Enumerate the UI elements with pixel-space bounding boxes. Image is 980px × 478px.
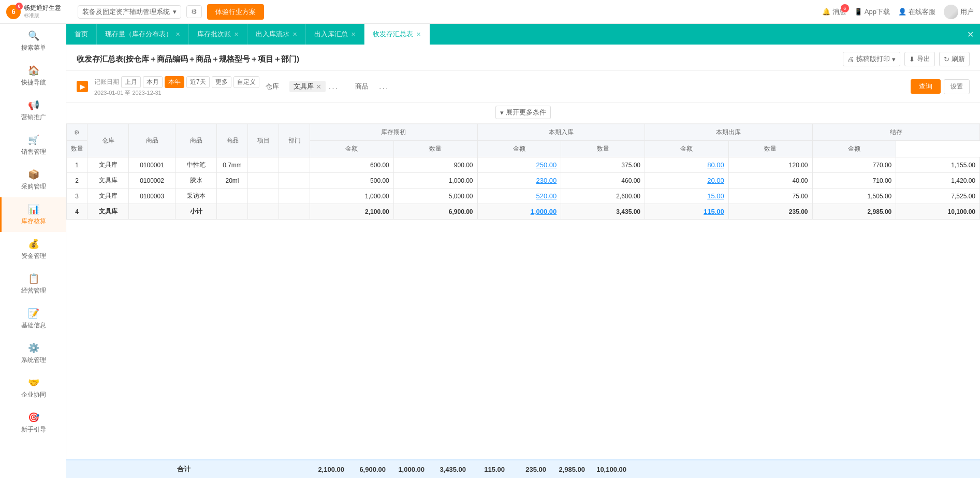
sidebar-label-system: 系统管理 [21,356,46,365]
tab-inventory-dist[interactable]: 现存量（库存分布表） ✕ [97,24,189,45]
cell-inbound-qty[interactable]: 230.00 [477,173,561,189]
sidebar-label-enterprise: 企业协同 [21,390,46,399]
cell-balance-amt: 1,420.00 [896,173,980,189]
refresh-icon: ↻ [944,55,949,63]
cell-code: 0100002 [129,173,175,189]
th-group-outbound: 本期出库 [645,124,813,141]
cell-opening-amt: 5,000.00 [393,189,477,204]
date-btn-custom[interactable]: 自定义 [233,76,259,88]
sidebar-item-system[interactable]: ⚙️ 系统管理 [0,336,66,371]
tab-batch[interactable]: 库存批次账 ✕ [189,24,247,45]
cell-outbound-qty[interactable]: 80.00 [645,157,729,173]
tab-inout-flow[interactable]: 出入库流水 ✕ [247,24,306,45]
goods-filter-dots[interactable]: ... [379,82,389,91]
warehouse-filter-dots[interactable]: ... [329,82,339,91]
sidebar-label-purchase: 采购管理 [21,182,46,191]
subtotal-outbound-amt: 235.00 [728,204,812,220]
marketing-icon: 📢 [28,99,39,111]
th-balance-qty: 数量 [728,141,812,157]
sidebar-label-sales: 销售管理 [21,148,46,156]
date-btn-last-month[interactable]: 上月 [121,76,141,88]
query-button[interactable]: 查询 [911,79,941,94]
right-actions: 查询 设置 [911,79,970,94]
th-group-inbound: 本期入库 [477,124,645,141]
subtotal-label: 小计 [175,204,217,220]
warehouse-tag-close[interactable]: ✕ [316,83,321,91]
filter-toggle-button[interactable]: ▶ [77,81,88,92]
tab-close-recv-send[interactable]: ✕ [416,31,421,38]
cell-code: 0100001 [129,157,175,173]
subtotal-opening-amt: 6,900.00 [393,204,477,220]
th-inbound-qty: 数量 [393,141,477,157]
footer-opening-qty: 2,100.00 [310,466,348,473]
cell-project [248,189,279,204]
tab-close-inout-summary[interactable]: ✕ [351,31,356,38]
footer-label: 合计 [175,465,216,474]
finance-icon: 💰 [28,238,39,250]
cell-inbound-amt: 375.00 [561,157,645,173]
print-button[interactable]: 🖨 拣稿版打印 ▾ [843,52,900,66]
expand-icon: ▾ [500,109,504,117]
user-item[interactable]: 用户 [944,5,974,19]
system-icon: ⚙️ [28,342,39,354]
footer-outbound-qty: 115.00 [470,466,509,473]
notification-item[interactable]: 🔔 消息 6 [822,7,846,17]
tab-inout-summary[interactable]: 出入库汇总 ✕ [306,24,364,45]
tab-close-inout-flow[interactable]: ✕ [292,31,297,38]
footer-inbound-amt: 3,435.00 [429,466,470,473]
th-settings[interactable]: ⚙ [67,124,87,141]
phone-icon: 📱 [854,8,862,16]
sidebar-item-search[interactable]: 🔍 搜索菜单 [0,24,66,59]
subtotal-inbound-qty[interactable]: 1,000.00 [477,204,561,220]
tabs-end: ✕ [961,30,980,39]
cell-opening-amt: 1,000.00 [393,173,477,189]
date-btn-this-month[interactable]: 本月 [143,76,163,88]
cell-outbound-qty[interactable]: 20.00 [645,173,729,189]
cell-inbound-qty[interactable]: 250.00 [477,157,561,173]
tab-home[interactable]: 首页 [66,24,97,45]
subtotal-opening-qty: 2,100.00 [310,204,394,220]
footer-balance-qty: 2,985.00 [550,466,589,473]
table-row: 2 文具库 0100002 胶水 20ml 500.00 1,000.00 23… [67,173,980,189]
cell-outbound-qty[interactable]: 15.00 [645,189,729,204]
sidebar-label-business: 经营管理 [21,286,46,295]
th-outbound-qty: 数量 [561,141,645,157]
sidebar-item-inventory[interactable]: 📊 库存核算 [0,197,66,232]
sidebar-item-purchase[interactable]: 📦 采购管理 [0,163,66,197]
sidebar-item-sales[interactable]: 🛒 销售管理 [0,128,66,163]
sidebar-item-enterprise[interactable]: 🤝 企业协同 [0,371,66,405]
cell-outbound-amt: 120.00 [728,157,812,173]
export-button[interactable]: ⬇ 导出 [904,52,935,66]
tab-recv-send[interactable]: 收发存汇总表 ✕ [364,24,430,45]
sidebar-item-basic[interactable]: 📝 基础信息 [0,301,66,336]
sidebar-item-finance[interactable]: 💰 资金管理 [0,232,66,267]
cell-balance-amt: 1,155.00 [896,157,980,173]
system-title-dropdown[interactable]: 装备及固定资产辅助管理系统 ▾ [78,5,181,19]
date-btn-more[interactable]: 更多 [212,76,231,88]
warehouse-filter-label: 仓库 [266,82,286,91]
chevron-down-icon: ▾ [173,8,177,16]
close-all-button[interactable]: ✕ [961,30,980,39]
cell-warehouse: 文具库 [87,189,129,204]
subtotal-row: 4 文具库 小计 2,100.00 6,900.00 1,000.00 3,43… [67,204,980,220]
sidebar-item-marketing[interactable]: 📢 营销推广 [0,93,66,128]
date-btn-this-year[interactable]: 本年 [165,76,184,88]
sidebar-item-quicknav[interactable]: 🏠 快捷导航 [0,59,66,93]
refresh-button[interactable]: ↻ 刷新 [939,52,970,66]
trial-button[interactable]: 体验行业方案 [207,4,264,20]
app-download-item[interactable]: 📱 App下载 [854,7,890,17]
date-btn-7days[interactable]: 近7天 [186,76,210,88]
filter-setting-button[interactable]: 设置 [944,79,970,94]
tab-close-batch[interactable]: ✕ [234,31,239,38]
online-service-item[interactable]: 👤 在线客服 [898,7,935,17]
table-wrapper: ⚙ 仓库 商品 商品 商品 项目 部门 库存期初 本期入库 本期出库 结存 [66,124,980,459]
sidebar-item-newbie[interactable]: 🎯 新手引导 [0,405,66,440]
gear-button[interactable]: ⚙ [186,5,202,18]
sidebar-item-business[interactable]: 📋 经营管理 [0,267,66,301]
subtotal-outbound-qty[interactable]: 115.00 [645,204,729,220]
cell-inbound-qty[interactable]: 520.00 [477,189,561,204]
cell-dept [279,189,310,204]
expand-conditions-button[interactable]: ▾ 展开更多条件 [495,106,551,119]
warehouse-tag: 文具库 ✕ [289,81,326,92]
tab-close-inventory-dist[interactable]: ✕ [175,31,180,38]
